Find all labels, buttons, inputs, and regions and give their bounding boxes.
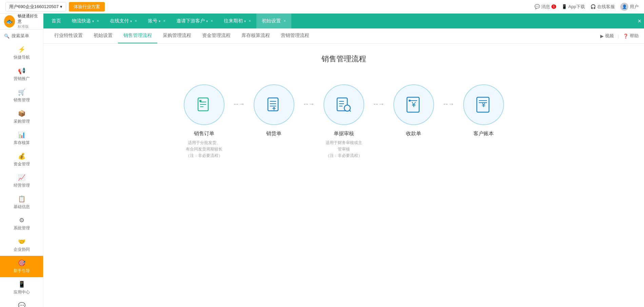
svg-text:¥: ¥ xyxy=(411,100,416,109)
service-item[interactable]: 🎧 在线客服 xyxy=(590,4,615,10)
sidebar-item-label: 经营管理 xyxy=(14,183,30,188)
svg-line-12 xyxy=(349,110,351,111)
nav-tabs-container: 首页物流快递▾×在线支付▾×账号▾×邀请下游客户▾×往来期初▾×初始设置× xyxy=(46,14,638,28)
flow-item-sales-order[interactable]: 销售订单 适用于分批发货、有合同发货周期较长（注：非必要流程） xyxy=(177,84,231,159)
message-badge: 6 xyxy=(551,4,556,9)
sidebar-item-label: 企业协同 xyxy=(14,247,30,252)
nav-tab-account[interactable]: 账号▾× xyxy=(142,14,171,28)
sidebar-search[interactable]: 🔍 搜索菜单 xyxy=(0,29,43,42)
nav-tab-init[interactable]: 初始设置× xyxy=(256,14,291,28)
nav-tab-label: 在线支付 xyxy=(110,18,129,24)
top-bar: 用户690企业1660120507 ▾ 体验行业方案 💬 消息 6 📱 App下… xyxy=(0,0,644,14)
help-item[interactable]: ❓ 帮助 xyxy=(623,33,639,39)
nav-tab-period[interactable]: 往来期初▾× xyxy=(218,14,256,28)
nav-tab-label: 首页 xyxy=(52,18,61,24)
close-tab-icon[interactable]: × xyxy=(284,19,286,23)
sub-tab-inventory-flow[interactable]: 库存核算流程 xyxy=(236,28,275,43)
sidebar-items-container: ⚡ 快捷导航 📢 营销推广 🛒 销售管理 📦 采购管理 📊 库存核算 💰 资金管… xyxy=(0,42,43,307)
flow-arrow-3: - - → xyxy=(371,101,387,108)
sales-icon: 🛒 xyxy=(18,88,25,96)
audit-label: 单据审核 xyxy=(334,130,354,137)
customer-ledger-circle: ¥ xyxy=(463,84,504,125)
nav-tab-invite[interactable]: 邀请下游客户▾× xyxy=(171,14,218,28)
sub-tab-marketing-flow[interactable]: 营销管理流程 xyxy=(275,28,315,43)
sub-tab-initial[interactable]: 初始设置 xyxy=(88,28,118,43)
quick-nav-icon: ⚡ xyxy=(18,46,25,53)
svg-rect-4 xyxy=(199,100,201,102)
trial-btn[interactable]: 体验行业方案 xyxy=(69,2,105,12)
nav-tab-payment[interactable]: 在线支付▾× xyxy=(104,14,142,28)
logo-text-block: 畅捷通好生意 标准版 xyxy=(18,14,39,29)
sidebar-item-app-center[interactable]: 📱 应用中心 xyxy=(0,277,43,299)
finance-icon: 💰 xyxy=(18,152,25,160)
sales-order-desc: 适用于分批发货、有合同发货周期较长（注：非必要流程） xyxy=(186,140,222,159)
sub-tab-industry[interactable]: 行业特性设置 xyxy=(49,28,88,43)
page-title: 销售管理流程 xyxy=(50,54,637,64)
sidebar-item-marketing[interactable]: 📢 营销推广 xyxy=(0,64,43,85)
sidebar-item-purchase[interactable]: 📦 采购管理 xyxy=(0,106,43,128)
sidebar-item-system[interactable]: ⚙ 系统管理 xyxy=(0,213,43,234)
receipt-circle: ¥ xyxy=(393,84,434,125)
sidebar-logo: 🐟 畅捷通好生意 标准版 xyxy=(0,14,43,29)
audit-desc: 适用于财务审核或主管审核（注：非必要流程） xyxy=(326,140,362,159)
sidebar-item-sales[interactable]: 🛒 销售管理 xyxy=(0,85,43,106)
top-bar-right: 💬 消息 6 📱 App下载 🎧 在线客服 👤 用户 xyxy=(534,3,639,11)
flow-item-sales-bill[interactable]: 销货单 xyxy=(247,84,301,140)
username-label: 用户 xyxy=(630,4,639,10)
sidebar-item-label: 销售管理 xyxy=(14,97,30,103)
sidebar-item-wechat[interactable]: 💬 企业微信 xyxy=(0,299,43,307)
sub-tab-purchase-flow[interactable]: 采购管理流程 xyxy=(157,28,197,43)
close-all-btn[interactable]: × xyxy=(638,18,641,25)
sub-tabs-container: 行业特性设置初始设置销售管理流程采购管理流程资金管理流程库存核算流程营销管理流程 xyxy=(49,28,315,43)
sidebar-item-label: 营销推广 xyxy=(14,76,30,82)
sidebar-item-guide[interactable]: 🎯 新手引导 xyxy=(0,256,43,277)
nav-tab-label: 往来期初 xyxy=(224,18,243,24)
nav-tab-home[interactable]: 首页 xyxy=(46,14,66,28)
sidebar-item-label: 资金管理 xyxy=(14,161,30,167)
operation-icon: 📈 xyxy=(18,174,25,181)
user-avatar-item[interactable]: 👤 用户 xyxy=(620,3,639,11)
chevron-down-icon: ▾ xyxy=(60,4,62,9)
sidebar-item-basic-info[interactable]: 📋 基础信息 xyxy=(0,192,43,213)
sidebar: 🐟 畅捷通好生意 标准版 🔍 搜索菜单 ⚡ 快捷导航 📢 营销推广 🛒 销售管理… xyxy=(0,14,43,307)
sub-tab-finance-flow[interactable]: 资金管理流程 xyxy=(197,28,236,43)
close-tab-icon[interactable]: × xyxy=(135,19,137,23)
sidebar-item-label: 基础信息 xyxy=(14,204,30,210)
sidebar-item-enterprise[interactable]: 🤝 企业协同 xyxy=(0,234,43,256)
flow-item-receipt[interactable]: ¥ 收款单 xyxy=(387,84,441,140)
marketing-icon: 📢 xyxy=(18,67,25,75)
sidebar-item-label: 快捷导航 xyxy=(14,55,30,60)
sidebar-item-inventory[interactable]: 📊 库存核算 xyxy=(0,128,43,149)
video-icon: ▶ xyxy=(600,34,604,39)
nav-tab-label: 账号 xyxy=(148,18,157,24)
message-label: 消息 xyxy=(541,4,550,10)
close-tab-icon[interactable]: × xyxy=(97,19,99,23)
user-selector[interactable]: 用户690企业1660120507 ▾ xyxy=(5,2,66,12)
app-download-item[interactable]: 📱 App下载 xyxy=(562,4,585,10)
sidebar-item-quick-nav[interactable]: ⚡ 快捷导航 xyxy=(0,42,43,64)
sidebar-item-label: 库存核算 xyxy=(14,140,30,146)
flow-item-customer-ledger[interactable]: ¥ 客户账本 xyxy=(456,84,511,140)
avatar: 👤 xyxy=(620,3,628,11)
sidebar-item-finance[interactable]: 💰 资金管理 xyxy=(0,149,43,170)
sub-tab-sales-flow[interactable]: 销售管理流程 xyxy=(118,28,157,43)
sidebar-item-operation[interactable]: 📈 经营管理 xyxy=(0,170,43,192)
service-label: 在线客服 xyxy=(597,4,615,10)
help-icon: ❓ xyxy=(623,34,628,39)
sub-tabs: 行业特性设置初始设置销售管理流程采购管理流程资金管理流程库存核算流程营销管理流程… xyxy=(43,28,644,44)
flow-item-audit[interactable]: 单据审核 适用于财务审核或主管审核（注：非必要流程） xyxy=(317,84,371,159)
message-icon: 💬 xyxy=(534,4,540,9)
close-tab-icon[interactable]: × xyxy=(249,19,251,23)
flow-arrow-4: - - → xyxy=(441,101,456,108)
app-label: App下载 xyxy=(568,4,585,10)
audit-circle xyxy=(324,84,364,125)
main-container: 🐟 畅捷通好生意 标准版 🔍 搜索菜单 ⚡ 快捷导航 📢 营销推广 🛒 销售管理… xyxy=(0,14,644,307)
video-item[interactable]: ▶ 视频 xyxy=(600,33,614,39)
close-tab-icon[interactable]: × xyxy=(211,19,213,23)
chevron-down-icon: ▾ xyxy=(92,19,94,23)
basic-info-icon: 📋 xyxy=(18,195,25,203)
search-label: 搜索菜单 xyxy=(12,33,29,39)
close-tab-icon[interactable]: × xyxy=(163,19,165,23)
message-item[interactable]: 💬 消息 6 xyxy=(534,4,556,10)
nav-tab-logistics[interactable]: 物流快递▾× xyxy=(66,14,104,28)
